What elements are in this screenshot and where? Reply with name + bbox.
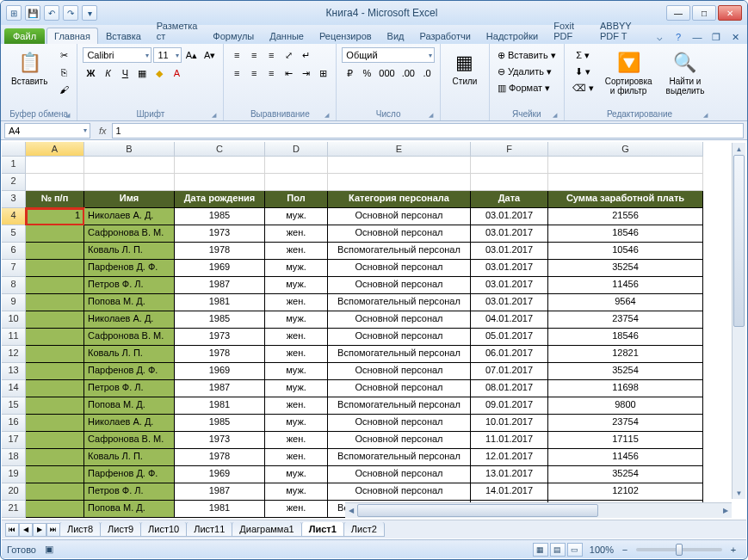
indent-dec-icon[interactable]: ⇤ <box>281 65 296 81</box>
cell-year[interactable]: 1981 <box>175 294 265 311</box>
tab-review[interactable]: Рецензиров <box>312 28 380 44</box>
cell-date[interactable]: 06.01.2017 <box>471 346 548 363</box>
indent-inc-icon[interactable]: ⇥ <box>298 65 313 81</box>
cell-num[interactable] <box>26 415 84 432</box>
zoom-out-icon[interactable]: − <box>617 542 633 557</box>
inc-decimal-icon[interactable]: .00 <box>399 65 417 81</box>
table-header[interactable]: Категория персонала <box>328 191 471 208</box>
border-button[interactable]: ▦ <box>134 65 150 81</box>
cell-year[interactable]: 1969 <box>175 466 265 483</box>
cell-gender[interactable]: жен. <box>265 243 328 260</box>
col-header-G[interactable]: G <box>548 142 703 157</box>
cell-year[interactable]: 1981 <box>175 397 265 415</box>
cell-date[interactable]: 03.01.2017 <box>471 243 548 260</box>
cell-year[interactable]: 1973 <box>175 432 265 449</box>
cell-salary[interactable]: 35254 <box>548 363 703 380</box>
scroll-left-icon[interactable]: ◀ <box>345 503 357 518</box>
fx-icon[interactable]: fx <box>94 126 112 136</box>
doc-restore-icon[interactable]: ❐ <box>709 30 723 44</box>
fill-icon[interactable]: ⬇ ▾ <box>570 64 597 79</box>
cell-year[interactable]: 1985 <box>175 208 265 225</box>
redo-button[interactable]: ↷ <box>63 5 78 21</box>
cell-date[interactable]: 09.01.2017 <box>471 397 548 415</box>
cell-gender[interactable]: муж. <box>265 311 328 329</box>
cell-date[interactable]: 14.01.2017 <box>471 483 548 501</box>
cell-num[interactable] <box>26 294 84 311</box>
cell-category[interactable]: Вспомогательный персонал <box>328 449 471 466</box>
table-header[interactable]: Пол <box>265 191 328 208</box>
cell-date[interactable]: 03.01.2017 <box>471 277 548 294</box>
delete-cells-button[interactable]: ⊖ Удалить ▾ <box>495 64 559 79</box>
cell-year[interactable]: 1987 <box>175 277 265 294</box>
col-header-D[interactable]: D <box>265 142 328 157</box>
scroll-up-icon[interactable]: ▲ <box>733 143 745 155</box>
sheet-nav-first-icon[interactable]: ⏮ <box>5 523 19 537</box>
styles-button[interactable]: ▦ Стили <box>446 47 484 88</box>
row-header-9[interactable]: 9 <box>2 294 26 311</box>
cell-salary[interactable]: 35254 <box>548 260 703 277</box>
cell-num[interactable]: 1 <box>26 208 84 225</box>
cell[interactable] <box>175 174 265 191</box>
cell-category[interactable]: Основной персонал <box>328 329 471 346</box>
row-header-2[interactable]: 2 <box>2 174 26 191</box>
cell-name[interactable]: Сафронова В. М. <box>84 225 175 243</box>
cell[interactable] <box>175 157 265 174</box>
cell[interactable] <box>26 174 84 191</box>
cell-name[interactable]: Попова М. Д. <box>84 501 175 518</box>
tab-view[interactable]: Вид <box>380 28 412 44</box>
cell-gender[interactable]: жен. <box>265 346 328 363</box>
name-box[interactable]: A4 <box>4 123 90 138</box>
cell[interactable] <box>84 174 175 191</box>
cell-num[interactable] <box>26 432 84 449</box>
cell-gender[interactable]: жен. <box>265 225 328 243</box>
cell-salary[interactable]: 10546 <box>548 243 703 260</box>
cell-gender[interactable]: муж. <box>265 483 328 501</box>
row-header-18[interactable]: 18 <box>2 449 26 466</box>
cell-date[interactable]: 03.01.2017 <box>471 260 548 277</box>
cell-year[interactable]: 1973 <box>175 329 265 346</box>
macro-record-icon[interactable]: ▣ <box>41 542 57 557</box>
cut-button[interactable]: ✂ <box>56 47 71 63</box>
file-tab[interactable]: Файл <box>4 28 45 44</box>
tab-layout[interactable]: Разметка ст <box>149 17 206 44</box>
sheet-tab[interactable]: Лист2 <box>343 522 385 537</box>
cell[interactable] <box>265 157 328 174</box>
cell-category[interactable]: Основной персонал <box>328 483 471 501</box>
insert-cells-button[interactable]: ⊕ Вставить ▾ <box>495 47 559 63</box>
table-header[interactable]: Дата <box>471 191 548 208</box>
cell-name[interactable]: Попова М. Д. <box>84 397 175 415</box>
cell-category[interactable]: Основной персонал <box>328 415 471 432</box>
cell-salary[interactable]: 11456 <box>548 449 703 466</box>
cell-date[interactable]: 08.01.2017 <box>471 380 548 397</box>
cell-salary[interactable]: 9564 <box>548 294 703 311</box>
font-color-button[interactable]: A <box>169 65 184 81</box>
col-header-B[interactable]: B <box>84 142 175 157</box>
cell[interactable] <box>26 157 84 174</box>
align-mid-icon[interactable]: ≡ <box>246 47 262 63</box>
cell-date[interactable]: 11.01.2017 <box>471 432 548 449</box>
cell-category[interactable]: Вспомогательный персонал <box>328 346 471 363</box>
minimize-button[interactable]: — <box>666 5 690 21</box>
cell-salary[interactable]: 11456 <box>548 277 703 294</box>
cell-name[interactable]: Коваль Л. П. <box>84 346 175 363</box>
scroll-thumb[interactable] <box>357 504 598 517</box>
cell-num[interactable] <box>26 329 84 346</box>
cell-date[interactable]: 03.01.2017 <box>471 225 548 243</box>
shrink-font-icon[interactable]: A▾ <box>201 47 218 63</box>
minimize-ribbon-icon[interactable]: ⌵ <box>652 30 666 44</box>
cell-salary[interactable]: 18546 <box>548 225 703 243</box>
cell-name[interactable]: Коваль Л. П. <box>84 449 175 466</box>
currency-icon[interactable]: ₽ <box>342 65 357 81</box>
cell-date[interactable]: 07.01.2017 <box>471 363 548 380</box>
cell-gender[interactable]: жен. <box>265 397 328 415</box>
cell-category[interactable]: Основной персонал <box>328 432 471 449</box>
cell[interactable] <box>265 174 328 191</box>
cell-category[interactable]: Основной персонал <box>328 225 471 243</box>
cell-category[interactable]: Основной персонал <box>328 466 471 483</box>
paste-button[interactable]: 📋 Вставить <box>6 47 53 88</box>
sheet-nav-prev-icon[interactable]: ◀ <box>19 523 33 537</box>
row-header-6[interactable]: 6 <box>2 243 26 260</box>
align-right-icon[interactable]: ≡ <box>263 65 279 81</box>
cell-num[interactable] <box>26 260 84 277</box>
cell-gender[interactable]: муж. <box>265 415 328 432</box>
